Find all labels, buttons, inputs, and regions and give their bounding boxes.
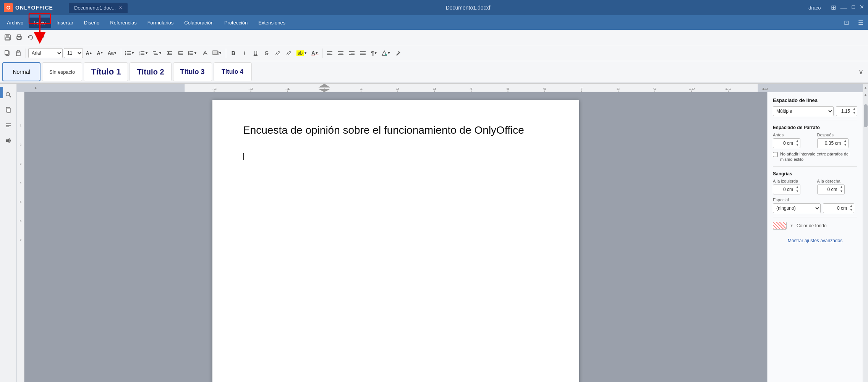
style-titulo2[interactable]: Título 2 [130,62,171,81]
document-body[interactable] [243,153,549,160]
maximize-button[interactable]: □ [852,4,855,12]
special-amount-down[interactable]: ▼ [849,208,853,212]
style-no-space[interactable]: Sin espacio [42,62,82,81]
fill-color-button[interactable]: ▼ [380,48,392,58]
font-color-button[interactable]: A ▼ [310,48,320,58]
document-tab[interactable]: Documento1.doc... ✕ [69,3,128,13]
decrease-indent-button[interactable] [165,48,175,58]
svg-text:6: 6 [20,219,22,223]
bg-color-dropdown-button[interactable]: ▼ [790,223,794,228]
title-bar: ONLYOFFICE Documento1.doc... ✕ Documento… [0,0,868,15]
bullet-list-button[interactable]: ▼ [123,48,136,58]
underline-button[interactable]: U [251,48,261,58]
shading-button[interactable]: ▼ [211,48,223,58]
italic-button[interactable]: I [240,48,249,58]
style-titulo4[interactable]: Título 4 [214,62,252,81]
copy-button[interactable] [2,48,12,58]
minimize-button[interactable]: — [840,4,847,12]
scrollbar-up-button[interactable]: ▲ [864,93,867,97]
increase-font-button[interactable]: A▲ [84,48,94,58]
strikethrough-button[interactable]: S [262,48,272,58]
no-add-space-checkbox[interactable] [773,152,778,157]
before-up[interactable]: ▲ [795,139,800,143]
line-spacing-button[interactable]: ▼ [187,48,199,58]
styles-expand-button[interactable]: ∨ [856,68,866,76]
ruler: L -3 -2 -1 | 1 2 [17,84,868,92]
ruler-svg: -3 -2 -1 | 1 2 3 4 5 6 7 8 9 10 [38,84,846,92]
sidebar-paragraph-button[interactable] [2,119,15,132]
menu-bar: Archivo Inicio Insertar Diseño Referenci… [0,15,868,30]
bold-button[interactable]: B [228,48,238,58]
line-spacing-up[interactable]: ▲ [852,107,857,111]
paragraph-mark-button[interactable]: ¶ ▼ [369,48,379,58]
font-family-select[interactable]: Arial [28,48,63,58]
after-up[interactable]: ▲ [843,139,848,143]
doc-wrapper[interactable]: Encuesta de opinión sobre el funcionamie… [24,92,767,382]
advanced-settings-button[interactable]: Mostrar ajustes avanzados [773,236,857,246]
menu-diseno[interactable]: Diseño [79,18,105,28]
svg-text:9: 9 [653,87,657,91]
highlight-button[interactable]: ab ▼ [295,48,309,58]
align-left-button[interactable] [325,48,335,58]
clear-format-button[interactable] [200,48,210,58]
fullscreen-button[interactable]: ⊞ [831,4,836,12]
window-title: Documento1.docxf [128,5,808,11]
right-indent-col: A la derecha ▲ ▼ [817,179,858,194]
style-normal[interactable]: Normal [2,62,40,81]
sidebar-search-button[interactable] [2,88,15,101]
decrease-font-button[interactable]: A▼ [95,48,105,58]
menu-extensiones[interactable]: Extensiones [253,18,291,28]
document-page[interactable]: Encuesta de opinión sobre el funcionamie… [212,100,579,382]
scrollbar-thumb[interactable] [864,104,868,127]
increase-indent-button[interactable] [176,48,186,58]
align-center-button[interactable] [336,48,346,58]
menu-colaboracion[interactable]: Colaboración [179,18,219,28]
multilevel-list-button[interactable]: ▼ [151,48,164,58]
right-indent-down[interactable]: ▼ [839,189,844,193]
sidebar-speaker-button[interactable] [2,134,15,147]
menu-archivo[interactable]: Archivo [2,18,29,28]
justify-button[interactable] [358,48,368,58]
undo-button[interactable] [25,32,36,43]
left-indent-wrap: ▲ ▼ [773,185,800,194]
left-indent-label: A la izquierda [773,179,813,183]
left-indent-up[interactable]: ▲ [795,185,800,189]
menu-proteccion[interactable]: Protección [219,18,253,28]
line-spacing-type-select[interactable]: Múltiple [773,106,834,116]
svg-marker-36 [167,52,169,54]
case-button[interactable]: Aa▼ [106,48,118,58]
align-right-button[interactable] [347,48,357,58]
tab-close-button[interactable]: ✕ [119,5,122,10]
copy-style-button[interactable] [393,48,403,58]
close-button[interactable]: ✕ [860,4,864,12]
layout-icon[interactable]: ⊡ [841,18,852,28]
style-titulo1[interactable]: Título 1 [84,62,128,81]
after-col: Después ▲ ▼ [817,133,858,148]
superscript-button[interactable]: x2 [273,48,283,58]
style-titulo3[interactable]: Título 3 [173,62,212,81]
vertical-scrollbar[interactable]: ▲ ▼ [863,92,868,382]
before-down[interactable]: ▼ [795,143,800,147]
hamburger-icon[interactable]: ☰ [855,18,866,28]
right-indent-up[interactable]: ▲ [839,185,844,189]
special-amount-up[interactable]: ▲ [849,204,853,208]
save-button[interactable] [2,32,13,43]
left-indent-down[interactable]: ▼ [795,189,800,193]
paste-button[interactable] [13,48,23,58]
print-button[interactable] [14,32,24,43]
after-down[interactable]: ▼ [843,143,848,147]
search-icon [5,92,11,98]
line-spacing-down[interactable]: ▼ [852,111,857,115]
numbered-list-button[interactable]: 1.2.3. ▼ [137,48,150,58]
special-type-select[interactable]: (ninguno) [773,203,821,213]
menu-insertar[interactable]: Insertar [51,18,79,28]
menu-referencias[interactable]: Referencias [105,18,142,28]
menu-formularios[interactable]: Formularios [142,18,179,28]
sidebar-pages-button[interactable] [2,104,15,117]
subscript-button[interactable]: x2 [284,48,294,58]
bg-color-swatch[interactable] [773,222,787,230]
font-size-select[interactable]: 11 [64,48,83,58]
menu-inicio[interactable]: Inicio [29,18,51,28]
redo-button[interactable] [37,32,47,43]
svg-rect-71 [6,139,8,142]
